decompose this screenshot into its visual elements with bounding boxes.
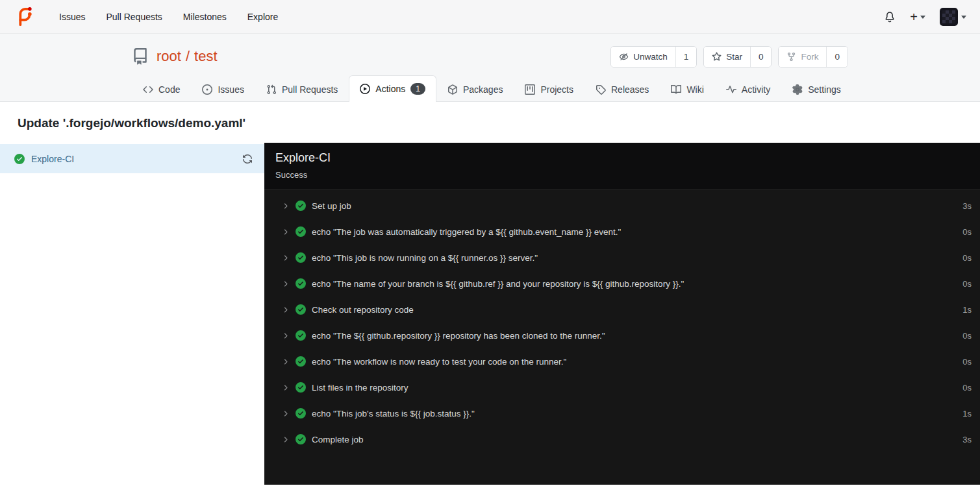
- issue-icon: [202, 84, 212, 95]
- tab-code[interactable]: Code: [132, 77, 191, 102]
- repo-owner-link[interactable]: root: [157, 48, 181, 65]
- tab-projects[interactable]: Projects: [514, 77, 584, 102]
- step-row[interactable]: echo "The job was automatically triggere…: [264, 219, 980, 245]
- step-name: echo "The name of your branch is ${{ git…: [312, 279, 684, 289]
- repo-tabs: Code Issues Pull Requests Actions 1 Pack…: [132, 75, 848, 102]
- actions-count-badge: 1: [410, 83, 425, 95]
- tab-settings[interactable]: Settings: [781, 77, 852, 102]
- step-row[interactable]: echo "This job's status is ${{ job.statu…: [264, 400, 980, 426]
- step-row[interactable]: echo "The workflow is now ready to test …: [264, 348, 980, 374]
- repo-title-row: root / test Unwatch 1 Star 0: [132, 34, 848, 67]
- tab-wiki[interactable]: Wiki: [660, 77, 714, 102]
- tab-activity[interactable]: Activity: [715, 77, 781, 102]
- tab-packages[interactable]: Packages: [436, 77, 514, 102]
- job-log-title: Explore-CI: [275, 151, 969, 165]
- tab-label: Code: [158, 84, 180, 95]
- step-name: echo "This job's status is ${{ job.statu…: [312, 409, 475, 419]
- step-row[interactable]: echo "The name of your branch is ${{ git…: [264, 271, 980, 297]
- nav-item-pull-requests[interactable]: Pull Requests: [95, 6, 172, 28]
- step-row[interactable]: Complete job 3s: [264, 426, 980, 452]
- chevron-right-icon: [281, 254, 290, 262]
- step-row[interactable]: Check out repository code 1s: [264, 297, 980, 322]
- job-success-icon: [14, 154, 25, 164]
- refresh-icon[interactable]: [240, 151, 255, 167]
- chevron-right-icon: [281, 280, 290, 288]
- tab-label: Packages: [463, 84, 503, 95]
- step-name: Check out repository code: [312, 305, 414, 315]
- step-name: Set up job: [312, 201, 351, 211]
- tab-label: Actions: [375, 84, 405, 94]
- star-button[interactable]: Star: [704, 47, 750, 67]
- step-name: echo "This job is now running on a ${{ r…: [312, 253, 538, 263]
- notifications-button[interactable]: [884, 11, 896, 23]
- watch-button-group: Unwatch 1: [610, 46, 697, 67]
- repo-name-separator: /: [186, 48, 190, 65]
- code-icon: [143, 84, 153, 95]
- create-new-button[interactable]: +: [910, 10, 925, 23]
- chevron-right-icon: [281, 358, 290, 366]
- step-row[interactable]: List files in the repository 0s: [264, 374, 980, 400]
- chevron-right-icon: [281, 409, 290, 418]
- fork-button-group: Fork 0: [778, 46, 848, 67]
- job-name: Explore-CI: [31, 154, 240, 164]
- tab-label: Projects: [540, 84, 573, 95]
- step-duration: 0s: [955, 331, 972, 341]
- gear-icon: [792, 84, 803, 95]
- step-duration: 3s: [955, 201, 972, 211]
- nav-item-issues[interactable]: Issues: [49, 6, 95, 28]
- chevron-right-icon: [281, 228, 290, 236]
- package-icon: [447, 84, 458, 95]
- navbar-right: +: [884, 8, 966, 26]
- step-name: List files in the repository: [312, 383, 408, 393]
- tab-pull-requests[interactable]: Pull Requests: [255, 77, 349, 102]
- step-success-icon: [295, 200, 306, 211]
- step-row[interactable]: Set up job 3s: [264, 193, 980, 219]
- step-duration: 0s: [955, 383, 972, 393]
- job-status-text: Success: [275, 170, 969, 180]
- step-duration: 0s: [955, 227, 972, 237]
- project-board-icon: [525, 84, 535, 95]
- chevron-right-icon: [281, 332, 290, 340]
- caret-down-icon: [920, 16, 925, 19]
- unwatch-button[interactable]: Unwatch: [611, 47, 675, 67]
- unwatch-label: Unwatch: [633, 52, 668, 62]
- step-success-icon: [295, 252, 306, 263]
- star-button-group: Star 0: [703, 46, 772, 67]
- job-list-item-explore-ci[interactable]: Explore-CI: [0, 144, 264, 173]
- tab-label: Issues: [218, 84, 244, 95]
- fork-button[interactable]: Fork: [779, 47, 826, 67]
- job-log-panel: Explore-CI Success Set up job 3s echo "T…: [264, 143, 980, 485]
- forgejo-logo[interactable]: [14, 7, 33, 27]
- step-success-icon: [295, 330, 306, 341]
- step-name: echo "The ${{ github.repository }} repos…: [312, 331, 605, 341]
- stars-count[interactable]: 0: [750, 47, 772, 67]
- bell-icon: [884, 11, 896, 23]
- step-name: Complete job: [312, 435, 364, 444]
- repo-name-link[interactable]: test: [194, 48, 217, 65]
- user-menu-button[interactable]: [940, 8, 966, 26]
- plus-icon: +: [910, 10, 918, 23]
- play-circle-icon: [360, 84, 370, 94]
- step-success-icon: [295, 226, 306, 237]
- chevron-right-icon: [281, 202, 290, 210]
- tab-label: Pull Requests: [282, 84, 338, 95]
- nav-item-milestones[interactable]: Milestones: [173, 6, 237, 28]
- fork-icon: [786, 52, 796, 62]
- forgejo-logo-icon: [14, 7, 33, 27]
- tab-releases[interactable]: Releases: [584, 77, 660, 102]
- step-row[interactable]: echo "The ${{ github.repository }} repos…: [264, 322, 980, 348]
- forks-count[interactable]: 0: [826, 47, 848, 67]
- watchers-count[interactable]: 1: [675, 47, 697, 67]
- step-duration: 0s: [955, 253, 972, 263]
- job-sidebar: Explore-CI: [0, 143, 264, 485]
- tab-issues[interactable]: Issues: [191, 77, 255, 102]
- nav-item-explore[interactable]: Explore: [237, 6, 288, 28]
- tab-label: Wiki: [686, 84, 703, 95]
- tab-actions[interactable]: Actions 1: [349, 75, 436, 102]
- step-row[interactable]: echo "This job is now running on a ${{ r…: [264, 245, 980, 271]
- book-icon: [671, 84, 681, 95]
- fork-label: Fork: [801, 52, 818, 62]
- tab-label: Releases: [611, 84, 649, 95]
- eye-slash-icon: [619, 52, 629, 62]
- chevron-right-icon: [281, 435, 290, 444]
